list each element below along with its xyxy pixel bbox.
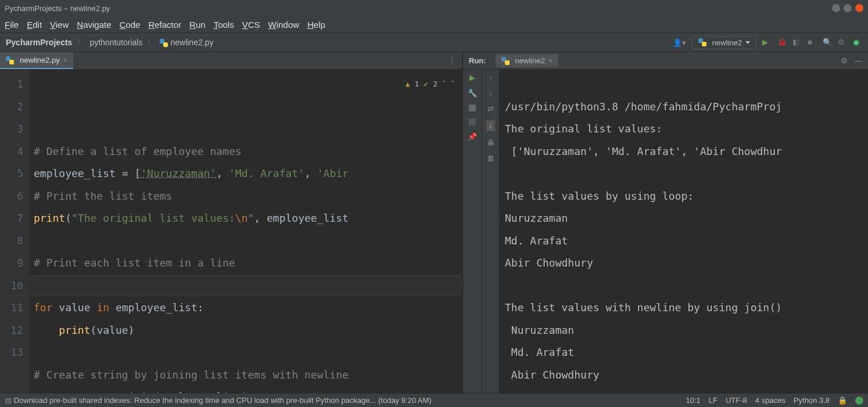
up-arrow-icon[interactable]: ↑: [489, 73, 493, 82]
menu-refactor[interactable]: Refactor: [148, 20, 181, 30]
maximize-button[interactable]: [844, 4, 852, 12]
main: newline2.py × ⋮ 1 2 3 4 5 6 7 8 9 10 11 …: [0, 52, 868, 393]
run-toolbar-primary: ▶ 🔧 📌: [463, 70, 482, 393]
run-label: Run:: [469, 56, 486, 65]
up-icon[interactable]: ˄: [442, 73, 446, 96]
scroll-to-end-icon[interactable]: ⤓: [486, 120, 495, 131]
menu-navigate[interactable]: Navigate: [77, 20, 111, 30]
navbar: PycharmProjects 〉 pythontutorials 〉 newl…: [0, 33, 868, 52]
menu-file[interactable]: File: [5, 20, 19, 30]
stop-button[interactable]: [469, 105, 476, 111]
menu-window[interactable]: Window: [268, 20, 299, 30]
window-title: PycharmProjects – newline2.py: [5, 4, 110, 13]
breadcrumb: PycharmProjects 〉 pythontutorials 〉 newl…: [6, 37, 213, 48]
indent[interactable]: 4 spaces: [755, 396, 785, 405]
gutter: 1 2 3 4 5 6 7 8 9 10 11 12 13: [0, 70, 29, 393]
titlebar: PycharmProjects – newline2.py: [0, 0, 868, 16]
wrench-icon[interactable]: 🔧: [468, 89, 477, 98]
python-icon: [160, 39, 168, 47]
close-button[interactable]: [855, 4, 863, 12]
editor-tab[interactable]: newline2.py ×: [0, 52, 73, 69]
close-icon[interactable]: ×: [548, 57, 553, 65]
window-controls: [832, 4, 863, 12]
console-output[interactable]: /usr/bin/python3.8 /home/fahmida/Pycharm…: [499, 70, 868, 393]
settings-icon[interactable]: ⚙: [838, 38, 847, 47]
status-right: 10:1 LF UTF-8 4 spaces Python 3.8 🔒: [686, 396, 863, 405]
exit-button[interactable]: [469, 118, 476, 125]
python-icon: [698, 38, 706, 46]
python-icon: [501, 57, 510, 65]
code-area[interactable]: 1 2 3 4 5 6 7 8 9 10 11 12 13 ▲1 ✔2 ˄ ˅ …: [0, 70, 462, 393]
run-config-selector[interactable]: newline2: [692, 36, 756, 49]
run-button[interactable]: ▶: [762, 38, 772, 47]
lock-icon[interactable]: 🔒: [838, 396, 847, 405]
run-header: Run: newline2 × ⚙ —: [463, 52, 868, 70]
rerun-button[interactable]: ▶: [469, 73, 475, 82]
chevron-down-icon: [745, 41, 750, 44]
menu-edit[interactable]: Edit: [27, 20, 42, 30]
editor-tab-actions[interactable]: ⋮: [443, 52, 462, 69]
print-icon[interactable]: 🖶: [487, 138, 494, 147]
interpreter[interactable]: Python 3.8: [794, 396, 830, 405]
caret-position[interactable]: 10:1: [686, 396, 700, 405]
status-indicator[interactable]: [855, 397, 863, 405]
minimize-icon[interactable]: —: [855, 56, 862, 65]
coverage-button[interactable]: ◧: [792, 38, 802, 47]
run-body: ▶ 🔧 📌 ↑ ↓ ⇄ ⤓ 🖶 🗑 /usr/bin/python3.8 /ho…: [463, 70, 868, 393]
run-tab[interactable]: newline2 ×: [496, 54, 558, 67]
chevron-right-icon: 〉: [77, 37, 85, 48]
pin-icon[interactable]: 📌: [468, 132, 477, 141]
crumb-folder[interactable]: pythontutorials: [89, 38, 142, 47]
close-icon[interactable]: ×: [63, 56, 67, 64]
menu-view[interactable]: View: [50, 20, 69, 30]
add-user-icon[interactable]: 👤▾: [673, 38, 686, 47]
status-message[interactable]: ▤ Download pre-built shared indexes: Red…: [5, 396, 432, 405]
chevron-right-icon: 〉: [147, 37, 155, 48]
warning-icon: ▲: [406, 73, 410, 96]
current-line-highlight: [29, 275, 462, 297]
crumb-root[interactable]: PycharmProjects: [6, 38, 72, 47]
menubar: File Edit View Navigate Code Refactor Ru…: [0, 16, 868, 33]
menu-run[interactable]: Run: [189, 20, 206, 30]
crumb-file[interactable]: newline2.py: [160, 38, 213, 47]
menu-code[interactable]: Code: [120, 20, 141, 30]
down-icon[interactable]: ˅: [451, 73, 455, 96]
statusbar: ▤ Download pre-built shared indexes: Red…: [0, 393, 868, 407]
trash-icon[interactable]: 🗑: [487, 154, 494, 163]
editor-pane: newline2.py × ⋮ 1 2 3 4 5 6 7 8 9 10 11 …: [0, 52, 462, 393]
run-tool-window: Run: newline2 × ⚙ — ▶ 🔧 📌 ↑ ↓ ⇄: [462, 52, 868, 393]
down-arrow-icon[interactable]: ↓: [489, 89, 493, 98]
soft-wrap-icon[interactable]: ⇄: [487, 105, 494, 113]
check-icon: ✔: [424, 73, 428, 96]
line-separator[interactable]: LF: [709, 396, 718, 405]
file-encoding[interactable]: UTF-8: [726, 396, 747, 405]
minimize-button[interactable]: [832, 4, 840, 12]
code-editor[interactable]: ▲1 ✔2 ˄ ˅ # Define a list of employee na…: [29, 70, 462, 393]
run-toolbar-secondary: ↑ ↓ ⇄ ⤓ 🖶 🗑: [482, 70, 499, 393]
menu-vcs[interactable]: VCS: [242, 20, 260, 30]
ide-logo-icon[interactable]: ◉: [853, 38, 862, 47]
search-icon[interactable]: 🔍: [823, 38, 832, 47]
inspections-widget[interactable]: ▲1 ✔2 ˄ ˅: [406, 73, 455, 96]
toolbar-right: 👤▾ newline2 ▶ 🐞 ◧ ■ 🔍 ⚙ ◉: [673, 36, 862, 49]
debug-button[interactable]: 🐞: [777, 38, 787, 47]
menu-tools[interactable]: Tools: [214, 20, 234, 30]
stop-button[interactable]: ■: [808, 38, 817, 47]
editor-tabs: newline2.py × ⋮: [0, 52, 462, 70]
menu-help[interactable]: Help: [307, 20, 325, 30]
python-icon: [6, 56, 14, 64]
settings-icon[interactable]: ⚙: [841, 56, 848, 65]
